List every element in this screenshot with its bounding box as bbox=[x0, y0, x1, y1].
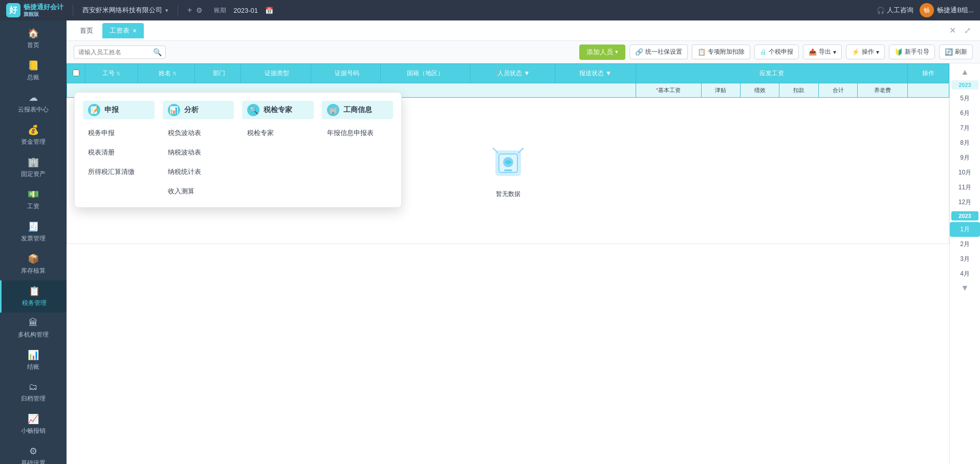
top-bar-right: 🎧 人工咨询 畅 畅捷通B组... bbox=[877, 3, 974, 17]
calendar-year-label: 2023 bbox=[951, 80, 978, 90]
menu-item-income-calc[interactable]: 收入测算 bbox=[163, 184, 234, 199]
settle-icon: 📊 bbox=[28, 349, 39, 361]
menu-item-tax-declare[interactable]: 税务申报 bbox=[83, 125, 155, 141]
refresh-button[interactable]: 🔄 刷新 bbox=[939, 45, 973, 59]
th-allowance: 津贴 bbox=[701, 83, 740, 98]
export-icon: 📤 bbox=[809, 48, 817, 56]
sidebar-item-cloud[interactable]: ☁ 云报表中心 bbox=[0, 87, 67, 119]
main-layout: 🏠 首页 📒 总账 ☁ 云报表中心 💰 资金管理 🏢 固定资产 💵 工资 🧾 发… bbox=[0, 20, 980, 464]
select-all-checkbox[interactable] bbox=[73, 70, 79, 76]
tax-icon: 📋 bbox=[29, 285, 40, 297]
sidebar-item-ledger[interactable]: 📒 总账 bbox=[0, 55, 67, 87]
filter-icon-report[interactable]: ▼ bbox=[605, 70, 612, 77]
special-deduct-button[interactable]: 📋 专项附加扣除 bbox=[692, 45, 750, 59]
headset-icon: 🎧 bbox=[877, 7, 885, 14]
menu-item-tax-payment[interactable]: 纳税波动表 bbox=[163, 145, 234, 160]
calendar-panel: ▲ 2023 5月 6月 7月 8月 9月 bbox=[949, 63, 980, 464]
add-person-button[interactable]: 添加人员 ▾ bbox=[579, 45, 625, 60]
new-guide-button[interactable]: 🔰 新手引导 bbox=[889, 45, 935, 59]
settings-icon[interactable]: ⚙ bbox=[196, 6, 203, 14]
menu-item-income-tax[interactable]: 所得税汇算清缴 bbox=[83, 164, 155, 180]
calendar-month-1[interactable]: 1月 bbox=[950, 222, 980, 237]
tab-salary-table[interactable]: 工资表 × bbox=[102, 23, 144, 38]
top-bar-left: 好 畅捷通好会计 旗舰版 西安虾米网络科技有限公司 ▾ + ⚙ 账期 2023-… bbox=[6, 3, 273, 17]
sidebar-item-archive[interactable]: 🗂 归档管理 bbox=[0, 377, 67, 408]
new-guide-icon: 🔰 bbox=[895, 48, 903, 56]
calendar-month-5[interactable]: 5月 bbox=[950, 91, 980, 106]
sidebar-item-inventory[interactable]: 📦 库存核算 bbox=[0, 248, 67, 280]
search-input[interactable] bbox=[78, 49, 150, 56]
menu-item-tax-stats[interactable]: 纳税统计表 bbox=[163, 164, 234, 180]
filter-icon-status[interactable]: ▼ bbox=[524, 70, 530, 77]
calendar-nav-down[interactable]: ▼ bbox=[950, 281, 980, 295]
export-button[interactable]: 📤 导出 ▾ bbox=[803, 45, 842, 59]
company-selector[interactable]: 西安虾米网络科技有限公司 ▾ bbox=[82, 6, 168, 15]
checkbox-header[interactable] bbox=[67, 64, 85, 83]
tax-report-button[interactable]: 🖨 个税申报 bbox=[754, 45, 799, 59]
sidebar-item-settings[interactable]: ⚙ 基础设置 bbox=[0, 440, 67, 464]
th-name: *姓名 ⇅ bbox=[138, 64, 195, 83]
ledger-icon: 📒 bbox=[28, 60, 39, 71]
tab-close-icon[interactable]: × bbox=[133, 27, 137, 35]
menu-item-expert[interactable]: 税检专家 bbox=[242, 125, 314, 141]
sidebar-item-invoice[interactable]: 🧾 发票管理 bbox=[0, 216, 67, 248]
analysis-category-title: 分析 bbox=[184, 105, 199, 115]
period-area: 账期 2023-01 📅 bbox=[214, 6, 273, 15]
close-window-icon[interactable]: ✕ bbox=[946, 26, 959, 35]
calendar-month-7[interactable]: 7月 bbox=[950, 121, 980, 136]
business-category-icon: 🏢 bbox=[327, 104, 339, 116]
social-security-button[interactable]: 🔗 统一社保设置 bbox=[629, 45, 688, 59]
tab-home[interactable]: 首页 bbox=[73, 23, 100, 38]
sidebar-item-multi[interactable]: 🏛 多机构管理 bbox=[0, 313, 67, 344]
content-area: 首页 工资表 × ✕ ⤢ 🔍 添加人员 ▾ bbox=[67, 20, 980, 464]
user-area[interactable]: 畅 畅捷通B组... bbox=[920, 3, 974, 17]
calendar-month-9[interactable]: 9月 bbox=[950, 150, 980, 165]
operations-button[interactable]: ⚡ 操作 ▾ bbox=[846, 45, 885, 59]
operations-label: 操作 bbox=[862, 48, 874, 56]
menu-category-analysis: 📊 分析 税负波动表 纳税波动表 纳税统计表 收入测算 bbox=[163, 101, 234, 199]
th-department: *部门 bbox=[195, 64, 241, 83]
declaration-category-icon: 📝 bbox=[88, 104, 100, 116]
calendar-icon[interactable]: 📅 bbox=[265, 7, 273, 14]
calendar-month-11[interactable]: 11月 bbox=[950, 180, 980, 195]
top-actions: + ⚙ bbox=[187, 6, 203, 15]
calendar-month-8[interactable]: 8月 bbox=[950, 136, 980, 150]
empty-text: 暂无数据 bbox=[496, 190, 520, 198]
maximize-icon[interactable]: ⤢ bbox=[961, 26, 974, 35]
sidebar-item-home[interactable]: 🏠 首页 bbox=[0, 23, 67, 55]
search-input-wrap[interactable]: 🔍 bbox=[74, 46, 166, 59]
menu-item-tax-burden[interactable]: 税负波动表 bbox=[163, 125, 234, 141]
menu-item-annual-report[interactable]: 年报信息申报表 bbox=[322, 125, 394, 141]
calendar-month-4[interactable]: 4月 bbox=[950, 267, 980, 281]
th-nationality: 国籍（地区） bbox=[381, 64, 470, 83]
sidebar-item-settle[interactable]: 📊 结账 bbox=[0, 344, 67, 377]
svg-line-4 bbox=[493, 148, 498, 153]
special-deduct-icon: 📋 bbox=[698, 48, 706, 56]
operations-arrow-icon: ▾ bbox=[876, 49, 879, 56]
add-person-label: 添加人员 bbox=[586, 48, 613, 57]
calendar-month-3[interactable]: 3月 bbox=[950, 252, 980, 267]
calendar-nav-up[interactable]: ▲ bbox=[950, 65, 980, 79]
settings-sidebar-icon: ⚙ bbox=[29, 446, 37, 457]
calendar-month-2[interactable]: 2月 bbox=[950, 237, 980, 252]
menu-item-tax-table[interactable]: 税表清册 bbox=[83, 145, 155, 160]
th-id-number: *证据号码 bbox=[311, 64, 381, 83]
tab-bar: 首页 工资表 × ✕ ⤢ bbox=[67, 20, 980, 41]
search-icon: 🔍 bbox=[153, 48, 162, 56]
sidebar-item-report[interactable]: 📈 小畅报销 bbox=[0, 408, 67, 440]
calendar-month-6[interactable]: 6月 bbox=[950, 106, 980, 121]
salary-icon: 💵 bbox=[28, 189, 39, 200]
support-button[interactable]: 🎧 人工咨询 bbox=[877, 6, 913, 15]
sidebar-item-assets[interactable]: 🏢 固定资产 bbox=[0, 151, 67, 184]
add-company-icon[interactable]: + bbox=[187, 6, 192, 15]
th-total: 合计 bbox=[818, 83, 857, 98]
dropdown-menu-grid: 📝 申报 税务申报 税表清册 所得税汇算清缴 📊 分析 税负波动表 bbox=[83, 101, 393, 199]
menu-category-declaration: 📝 申报 税务申报 税表清册 所得税汇算清缴 bbox=[83, 101, 155, 199]
sidebar-item-fund[interactable]: 💰 资金管理 bbox=[0, 119, 67, 151]
company-name: 西安虾米网络科技有限公司 bbox=[82, 6, 162, 15]
sidebar-item-tax[interactable]: 📋 税务管理 bbox=[0, 280, 67, 313]
business-category-title: 工商信息 bbox=[343, 105, 372, 115]
calendar-month-10[interactable]: 10月 bbox=[950, 165, 980, 180]
sidebar-item-salary[interactable]: 💵 工资 bbox=[0, 184, 67, 216]
calendar-month-12[interactable]: 12月 bbox=[950, 195, 980, 210]
